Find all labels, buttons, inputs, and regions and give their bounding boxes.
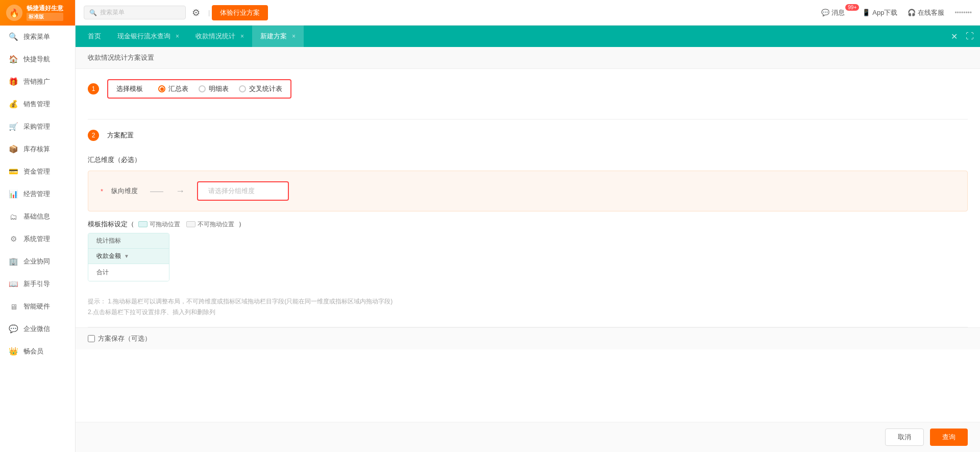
breadcrumb-text: 收款情况统计方案设置	[88, 54, 154, 61]
topbar-search[interactable]: 🔍 搜索菜单	[84, 6, 186, 19]
search-icon: 🔍	[8, 32, 18, 42]
step2-label: 方案配置	[107, 131, 134, 140]
sidebar-item-search[interactable]: 🔍 搜索菜单	[0, 26, 75, 48]
sidebar-item-label: 企业微信	[23, 324, 50, 334]
radio-cross-label: 交叉统计表	[249, 84, 282, 93]
step1-label: 选择模板	[116, 84, 143, 93]
step2-row: 2 方案配置	[88, 130, 968, 141]
user-info: ••••••••	[954, 9, 972, 16]
download-icon: 📱	[862, 9, 870, 16]
sidebar-item-sales[interactable]: 💰 销售管理	[0, 93, 75, 115]
logo-icon: 🔥	[6, 5, 22, 21]
home-icon: 🏠	[8, 54, 18, 64]
footer-actions: 取消 查询	[76, 422, 980, 452]
query-button[interactable]: 查询	[930, 429, 968, 446]
sidebar-item-base[interactable]: 🗂 基础信息	[0, 205, 75, 228]
config-section: 汇总维度（必选） * 纵向维度 —— → 请选择分组维度 模板指标设定（	[76, 155, 980, 293]
bottom-bar: 方案保存（可选）	[76, 327, 980, 349]
service-button[interactable]: 🎧 在线客服	[908, 8, 944, 17]
logo-text: 畅捷通好生意	[27, 5, 63, 12]
dimension-row: * 纵向维度 —— → 请选择分组维度	[101, 181, 955, 201]
sidebar-item-guide[interactable]: 📖 新手引导	[0, 273, 75, 295]
dimension-select[interactable]: 请选择分组维度	[197, 181, 289, 201]
tab-bank[interactable]: 现金银行流水查询 ×	[109, 26, 187, 47]
sidebar-item-inventory[interactable]: 📦 库存核算	[0, 138, 75, 160]
sidebar-item-collab[interactable]: 🏢 企业协同	[0, 250, 75, 273]
download-button[interactable]: 📱 App下载	[862, 8, 897, 17]
gift-icon: 🎁	[8, 77, 18, 87]
sidebar-item-system[interactable]: ⚙ 系统管理	[0, 228, 75, 250]
metrics-total-cell: 合计	[88, 264, 169, 281]
sidebar-item-member[interactable]: 👑 畅会员	[0, 340, 75, 363]
sidebar-item-label: 库存核算	[23, 145, 50, 154]
service-label: 在线客服	[918, 8, 944, 17]
message-icon: 💬	[821, 9, 829, 16]
vertical-label: 纵向维度	[111, 186, 138, 196]
step2-badge: 2	[88, 130, 99, 141]
topbar: 🔍 搜索菜单 ⚙ | 体验行业方案 💬 消息 99+ 📱 App下载 🎧 在线客…	[76, 0, 980, 26]
edition-badge: 标准版	[27, 13, 63, 21]
tab-bank-close[interactable]: ×	[176, 33, 179, 40]
step1-section: 1 选择模板 汇总表 明细表	[76, 69, 980, 119]
arrow-icon: ——	[150, 187, 163, 195]
tab-stats-close[interactable]: ×	[240, 33, 244, 40]
sidebar-item-label: 搜索菜单	[23, 32, 50, 41]
radio-detail[interactable]: 明细表	[199, 84, 229, 93]
notif-button[interactable]: 💬 消息 99+	[821, 8, 852, 17]
legend-nodrag: 不可拖动位置	[186, 220, 234, 229]
tab-home-label: 首页	[88, 32, 101, 41]
step1-row: 1 选择模板 汇总表 明细表	[88, 79, 968, 99]
save-label: 方案保存（可选）	[98, 334, 151, 343]
cart-icon: 🛒	[8, 122, 18, 132]
tab-home[interactable]: 首页	[80, 26, 109, 47]
sidebar-item-label: 基础信息	[23, 212, 50, 221]
nodrag-box-icon	[186, 221, 195, 227]
tip-line-1: 提示： 1.拖动标题栏可以调整布局，不可跨维度或指标区域拖动栏目字段(只能在同一…	[88, 297, 968, 306]
radio-summary[interactable]: 汇总表	[158, 84, 188, 93]
chart-icon: 📊	[8, 189, 18, 199]
drag-label: 可拖动位置	[150, 220, 180, 229]
cancel-button[interactable]: 取消	[885, 429, 924, 446]
sidebar-item-purchase[interactable]: 🛒 采购管理	[0, 115, 75, 138]
close-window-icon[interactable]: ✕	[949, 30, 960, 43]
sidebar-item-label: 新手引导	[23, 279, 50, 289]
sidebar-item-finance[interactable]: 💳 资金管理	[0, 160, 75, 183]
template-select-box: 选择模板 汇总表 明细表	[107, 79, 291, 99]
tab-stats[interactable]: 收款情况统计 ×	[187, 26, 252, 47]
radio-cross[interactable]: 交叉统计表	[239, 84, 282, 93]
maximize-icon[interactable]: ⛶	[964, 30, 976, 43]
crown-icon: 👑	[8, 346, 18, 356]
sidebar-item-label: 营销推广	[23, 77, 50, 86]
folder-icon: 🗂	[8, 211, 18, 222]
sidebar-item-hardware[interactable]: 🖥 智能硬件	[0, 295, 75, 318]
tab-new[interactable]: 新建方案 ×	[252, 26, 304, 47]
tab-new-label: 新建方案	[260, 32, 287, 41]
tab-bar: 首页 现金银行流水查询 × 收款情况统计 × 新建方案 × ✕ ⛶	[76, 26, 980, 47]
sidebar-item-ops[interactable]: 📊 经营管理	[0, 183, 75, 205]
radio-detail-label: 明细表	[209, 84, 229, 93]
sidebar-item-wechat[interactable]: 💬 企业微信	[0, 318, 75, 340]
summary-title: 汇总维度（必选）	[88, 155, 968, 164]
sidebar: 🔥 畅捷通好生意 标准版 🔍 搜索菜单 🏠 快捷导航 🎁 营销推广 💰 销售管理…	[0, 0, 76, 452]
monitor-icon: 🖥	[8, 301, 18, 312]
close-paren: ）	[238, 220, 245, 229]
download-label: App下载	[872, 8, 897, 17]
drag-box-icon	[138, 221, 148, 227]
sidebar-item-marketing[interactable]: 🎁 营销推广	[0, 70, 75, 93]
dimension-area: * 纵向维度 —— → 请选择分组维度	[88, 171, 968, 211]
sidebar-item-quick-nav[interactable]: 🏠 快捷导航	[0, 48, 75, 70]
chevron-right-icon: →	[176, 186, 185, 197]
save-checkbox[interactable]	[88, 335, 95, 342]
drag-legend: 可拖动位置 不可拖动位置	[138, 220, 234, 229]
card-icon: 💳	[8, 166, 18, 177]
radio-cross-circle	[239, 85, 246, 92]
search-icon: 🔍	[89, 9, 97, 16]
sidebar-item-label: 资金管理	[23, 167, 50, 176]
settings-icon[interactable]: ⚙	[192, 7, 200, 18]
col-header[interactable]: 收款金额 ▼	[88, 249, 169, 264]
tab-new-close[interactable]: ×	[292, 33, 296, 40]
dimension-placeholder: 请选择分组维度	[208, 187, 255, 195]
trial-btn[interactable]: 体验行业方案	[212, 5, 268, 20]
step2-section: 2 方案配置	[76, 120, 980, 155]
metrics-header-row: 模板指标设定（ 可拖动位置 不可拖动位置 ）	[88, 220, 968, 229]
